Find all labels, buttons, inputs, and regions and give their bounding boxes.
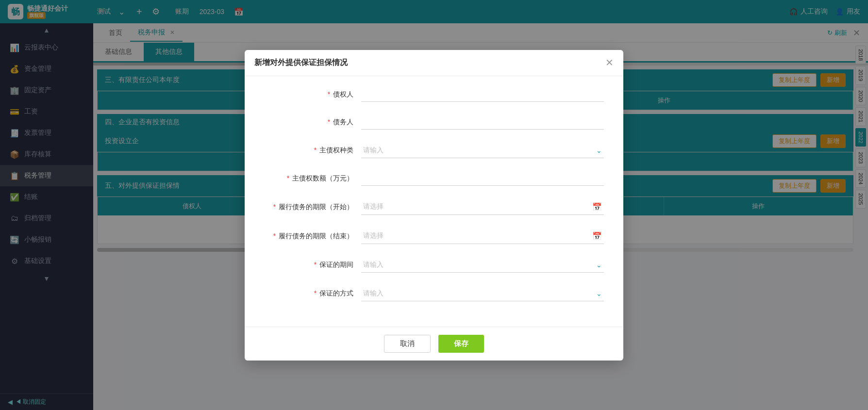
label-claim-type: * 主债权种类 bbox=[264, 146, 361, 155]
chevron-down-icon-guarantee-period: ⌄ bbox=[596, 261, 602, 269]
select-guarantee-method[interactable]: 请输入 ⌄ bbox=[361, 286, 604, 301]
label-period-end: * 履行债务的期限（结束） bbox=[264, 232, 361, 241]
date-period-end[interactable]: 请选择 📅 bbox=[361, 229, 604, 244]
select-guarantee-period-placeholder: 请输入 bbox=[363, 261, 596, 269]
form-row-period-start: * 履行债务的期限（开始） 请选择 📅 bbox=[264, 199, 604, 215]
calendar-end-icon: 📅 bbox=[592, 231, 602, 241]
label-guarantee-method: * 保证的方式 bbox=[264, 289, 361, 298]
modal: 新增对外提供保证担保情况 ✕ * 债权人 * 债务人 bbox=[245, 50, 623, 361]
label-guarantee-period: * 保证的期间 bbox=[264, 261, 361, 269]
form-row-debtor: * 债务人 bbox=[264, 115, 604, 130]
form-row-creditor: * 债权人 bbox=[264, 88, 604, 102]
modal-close-btn[interactable]: ✕ bbox=[605, 58, 614, 67]
select-guarantee-method-placeholder: 请输入 bbox=[363, 289, 596, 298]
modal-header: 新增对外提供保证担保情况 ✕ bbox=[245, 50, 623, 76]
calendar-start-icon: 📅 bbox=[592, 202, 602, 212]
input-creditor[interactable] bbox=[361, 88, 604, 102]
save-button[interactable]: 保存 bbox=[438, 335, 484, 353]
input-debtor[interactable] bbox=[361, 115, 604, 130]
date-period-start[interactable]: 请选择 📅 bbox=[361, 199, 604, 215]
select-claim-type[interactable]: 请输入 ⌄ bbox=[361, 143, 604, 158]
chevron-down-icon-claim-type: ⌄ bbox=[596, 147, 602, 154]
modal-body: * 债权人 * 债务人 * 主债权种类 请输入 bbox=[245, 76, 623, 327]
label-debtor: * 债务人 bbox=[264, 118, 361, 127]
label-claim-amount: * 主债权数额（万元） bbox=[264, 174, 361, 183]
form-row-claim-type: * 主债权种类 请输入 ⌄ bbox=[264, 143, 604, 158]
cancel-button[interactable]: 取消 bbox=[384, 335, 431, 353]
select-claim-type-placeholder: 请输入 bbox=[363, 146, 596, 155]
label-creditor: * 债权人 bbox=[264, 90, 361, 99]
date-end-placeholder: 请选择 bbox=[363, 231, 592, 240]
date-start-placeholder: 请选择 bbox=[363, 202, 592, 211]
form-row-claim-amount: * 主债权数额（万元） bbox=[264, 172, 604, 186]
form-row-guarantee-method: * 保证的方式 请输入 ⌄ bbox=[264, 286, 604, 301]
modal-overlay: 新增对外提供保证担保情况 ✕ * 债权人 * 债务人 bbox=[0, 0, 868, 410]
input-claim-amount[interactable] bbox=[361, 172, 604, 186]
select-guarantee-period[interactable]: 请输入 ⌄ bbox=[361, 258, 604, 273]
label-period-start: * 履行债务的期限（开始） bbox=[264, 203, 361, 212]
form-row-period-end: * 履行债务的期限（结束） 请选择 📅 bbox=[264, 229, 604, 244]
form-row-guarantee-period: * 保证的期间 请输入 ⌄ bbox=[264, 258, 604, 273]
chevron-down-icon-guarantee-method: ⌄ bbox=[596, 290, 602, 297]
modal-title: 新增对外提供保证担保情况 bbox=[254, 58, 348, 68]
modal-footer: 取消 保存 bbox=[245, 327, 623, 361]
